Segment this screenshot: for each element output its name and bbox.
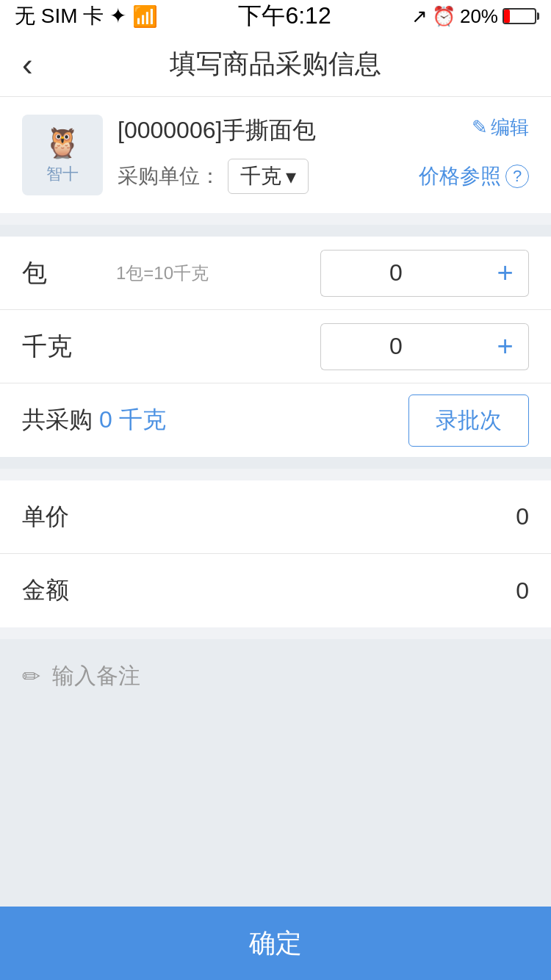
quantity-row-kg: 千克 + <box>0 310 551 383</box>
product-info: [0000006]手撕面包 ✎ 编辑 采购单位： 千克 ▾ 价格参照 ? <box>118 115 529 194</box>
quantity-label-bao: 包 <box>22 256 110 290</box>
chevron-down-icon: ▾ <box>286 165 296 189</box>
amount-row: 金额 0 <box>0 554 551 627</box>
quantity-section: 包 1包=10千克 + 千克 + <box>0 237 551 383</box>
battery-icon <box>503 8 536 24</box>
purchase-unit-section: 采购单位： 千克 ▾ <box>118 159 309 194</box>
quantity-input-wrap-kg: + <box>110 323 529 370</box>
quantity-input-bao[interactable] <box>320 250 482 297</box>
product-card: 🦉 智十 [0000006]手撕面包 ✎ 编辑 采购单位： 千克 ▾ 价格参照 <box>0 97 551 213</box>
purchase-unit-label: 采购单位： <box>118 162 220 190</box>
alarm-icon: ⏰ <box>432 5 455 28</box>
notes-section[interactable]: ✏ 输入备注 <box>0 639 551 713</box>
quantity-label-kg: 千克 <box>22 330 110 364</box>
price-section: 单价 0 金额 0 <box>0 480 551 627</box>
quantity-input-kg[interactable] <box>320 323 482 370</box>
status-bar: 无 SIM 卡 ✦ 📶 下午6:12 ↗ ⏰ 20% <box>0 0 551 32</box>
product-title: 手撕面包 <box>222 117 316 143</box>
notes-placeholder: 输入备注 <box>52 661 140 691</box>
product-thumbnail: 🦉 智十 <box>22 115 103 195</box>
unit-dropdown[interactable]: 千克 ▾ <box>228 159 309 194</box>
edit-label: 编辑 <box>491 115 529 140</box>
quantity-input-wrap-bao: + <box>209 250 529 297</box>
location-icon: ↗ <box>411 5 428 28</box>
price-ref-label: 价格参照 <box>419 162 501 190</box>
status-time: 下午6:12 <box>238 0 331 32</box>
product-code: [0000006] <box>118 117 222 143</box>
quantity-plus-bao[interactable]: + <box>482 250 529 297</box>
status-right: ↗ ⏰ 20% <box>411 5 536 28</box>
page-title: 填写商品采购信息 <box>170 46 381 82</box>
status-left: 无 SIM 卡 ✦ 📶 <box>15 2 158 30</box>
unit-price-label: 单价 <box>22 501 69 533</box>
confirm-button[interactable]: 确定 <box>0 907 551 980</box>
amount-label: 金额 <box>22 574 69 607</box>
price-reference[interactable]: 价格参照 ? <box>419 162 529 190</box>
summary-text: 共采购 0 千克 <box>22 404 166 436</box>
amount-value: 0 <box>516 577 529 605</box>
battery-percent: 20% <box>460 5 498 28</box>
divider-2 <box>0 457 551 469</box>
unit-value: 千克 <box>240 162 281 190</box>
quantity-row-bao: 包 1包=10千克 + <box>0 237 551 310</box>
bottom-area <box>0 713 551 934</box>
unit-price-value: 0 <box>516 503 529 530</box>
nav-bar: ‹ 填写商品采购信息 <box>0 32 551 97</box>
record-batch-button[interactable]: 录批次 <box>408 394 529 447</box>
unit-price-row: 单价 0 <box>0 480 551 554</box>
edit-button[interactable]: ✎ 编辑 <box>472 115 529 140</box>
sim-label: 无 SIM 卡 ✦ <box>15 2 126 30</box>
pencil-icon: ✏ <box>22 663 40 689</box>
price-ref-question-icon: ? <box>505 165 529 188</box>
product-thumb-icon: 🦉 <box>44 126 81 160</box>
summary-row: 共采购 0 千克 录批次 <box>0 383 551 457</box>
summary-unit: 千克 <box>119 406 166 433</box>
edit-icon: ✎ <box>472 116 488 139</box>
quantity-plus-kg[interactable]: + <box>482 323 529 370</box>
back-button[interactable]: ‹ <box>22 48 33 81</box>
product-thumb-label: 智十 <box>46 163 79 185</box>
quantity-sublabel-bao: 1包=10千克 <box>116 262 209 285</box>
summary-amount: 0 <box>99 406 112 433</box>
divider-1 <box>0 225 551 237</box>
product-name: [0000006]手撕面包 <box>118 115 316 147</box>
wifi-icon: 📶 <box>132 4 158 29</box>
